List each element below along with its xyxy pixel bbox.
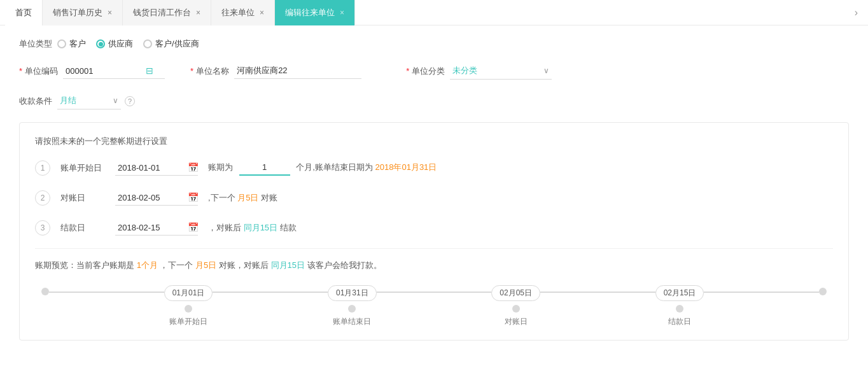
unit-category-value: 未分类 (452, 65, 540, 76)
step-1-date-wrap: 📅 (115, 160, 198, 176)
step-1-period-input[interactable] (239, 160, 290, 176)
tabs-more-arrow[interactable]: › (850, 7, 863, 18)
tl-node-3-sublabel: 对账日 (505, 316, 528, 327)
unit-code-input[interactable] (63, 64, 146, 78)
step-1-date-input[interactable] (118, 163, 188, 172)
unit-name-item: * 单位名称 (190, 64, 361, 79)
timeline-node-3: 02月05日 对账日 (491, 285, 540, 327)
timeline-end-dot (819, 285, 827, 295)
radio-both[interactable]: 客户/供应商 (143, 38, 199, 50)
step-1-period-end: 2018年01月31日 (375, 162, 437, 172)
unit-code-star: * (19, 66, 22, 76)
step-1-period-unit: 个月,账单结束日期为 (296, 162, 373, 172)
step-2-desc-highlight: 月5日 (237, 193, 258, 202)
timeline-container: 01月01日 账单开始日 01月31日 账单结束日 02月05日 (35, 285, 833, 327)
tl-node-4-sublabel: 结款日 (668, 316, 691, 327)
tab-sales-history[interactable]: 销售订单历史 × (43, 0, 123, 25)
unit-category-star: * (406, 66, 409, 76)
radio-customer-circle (57, 39, 66, 48)
tab-edit-partner[interactable]: 编辑往来单位 × (275, 0, 355, 25)
tl-node-4-label: 02月15日 (655, 285, 704, 301)
step-3-num: 3 (35, 220, 50, 236)
preview-part2: ，下一个 (160, 260, 193, 270)
step-3-desc-highlight: 同月15日 (244, 223, 277, 232)
preview-period: 1个月 (137, 260, 158, 270)
radio-customer[interactable]: 客户 (57, 38, 86, 50)
content-area: 单位类型 客户 供应商 客户/供应商 * 单位编码 (0, 25, 868, 387)
step-1-period-label: 账期为 (208, 162, 233, 172)
unit-code-copy-icon[interactable]: ⊟ (146, 66, 153, 76)
payment-terms-arrow: ∨ (113, 96, 118, 105)
step-1-desc: 账期为 个月,账单结束日期为 2018年01月31日 (208, 160, 437, 176)
step-3-desc-post: 结款 (280, 223, 297, 232)
tl-connector-0 (49, 292, 164, 293)
tl-connector-1 (213, 292, 328, 293)
start-dot-circle (41, 288, 49, 295)
preview-text: 账期预览：当前客户账期是 1个月 ，下一个 月5日 对账，对账后 同月15日 该… (35, 259, 833, 272)
unit-category-label: 单位分类 (412, 66, 445, 77)
step-2-calendar-icon[interactable]: 📅 (188, 192, 199, 202)
step-2-date-wrap: 📅 (115, 190, 198, 206)
step-2-date-input[interactable] (118, 193, 188, 202)
end-dot-circle (819, 288, 827, 295)
step-3-date-input[interactable] (118, 223, 188, 232)
payment-terms-item: 收款条件 月结 ∨ ? (19, 92, 135, 109)
payment-terms-label: 收款条件 (19, 95, 52, 107)
step-2-num: 2 (35, 190, 50, 206)
tab-edit-partner-close[interactable]: × (340, 8, 344, 17)
step-1-calendar-icon[interactable]: 📅 (188, 162, 199, 172)
radio-supplier-circle (96, 39, 105, 48)
unit-type-label: 单位类型 (19, 38, 52, 50)
tl-node-1-sublabel: 账单开始日 (169, 316, 207, 327)
unit-category-select[interactable]: 未分类 ∨ (450, 62, 552, 80)
tab-home-label: 首页 (15, 7, 32, 18)
unit-type-row: 单位类型 客户 供应商 客户/供应商 (19, 38, 849, 50)
radio-both-label: 客户/供应商 (155, 38, 199, 50)
preview-section: 账期预览：当前客户账期是 1个月 ，下一个 月5日 对账，对账后 同月15日 该… (35, 248, 833, 327)
tab-cashflow[interactable]: 钱货日清工作台 × (123, 0, 211, 25)
tab-partner-label: 往来单位 (221, 7, 255, 18)
tl-node-2-dot (348, 305, 356, 313)
payment-terms-row: 收款条件 月结 ∨ ? (19, 92, 849, 109)
unit-type-item: 单位类型 客户 供应商 客户/供应商 (19, 38, 199, 50)
radio-supplier[interactable]: 供应商 (96, 38, 133, 50)
unit-name-input[interactable] (234, 64, 361, 79)
tab-partner[interactable]: 往来单位 × (211, 0, 275, 25)
unit-code-input-wrap: ⊟ (63, 64, 165, 79)
unit-name-star: * (190, 66, 193, 76)
step-3-calendar-icon[interactable]: 📅 (188, 222, 199, 232)
preview-reconcile: 月5日 (195, 260, 216, 270)
tl-node-3-dot (512, 305, 520, 313)
step-3-desc: ，对账后 同月15日 结款 (208, 222, 297, 234)
payment-terms-select[interactable]: 月结 ∨ (57, 92, 121, 109)
tab-edit-partner-label: 编辑往来单位 (285, 7, 335, 18)
step-2-row: 2 对账日 📅 ,下一个 月5日 对账 (35, 190, 833, 206)
step-1-label: 账单开始日 (60, 162, 105, 174)
radio-customer-label: 客户 (69, 38, 86, 50)
timeline-node-1: 01月01日 账单开始日 (164, 285, 213, 327)
payment-terms-help-icon[interactable]: ? (125, 96, 135, 106)
step-3-date-wrap: 📅 (115, 220, 198, 236)
step-2-desc-post: 对账 (261, 193, 277, 202)
unit-code-item: * 单位编码 ⊟ (19, 64, 165, 79)
tl-node-2-label: 01月31日 (328, 285, 377, 301)
tab-home[interactable]: 首页 (5, 0, 43, 25)
radio-supplier-label: 供应商 (108, 38, 133, 50)
tab-sales-history-label: 销售订单历史 (53, 7, 102, 18)
preview-suffix: 该客户会给我打款。 (307, 260, 382, 270)
tl-connector-4 (704, 292, 819, 293)
step-1-row: 1 账单开始日 📅 账期为 个月,账单结束日期为 2018年01月31日 (35, 160, 833, 176)
timeline-node-4: 02月15日 结款日 (655, 285, 704, 327)
tab-partner-close[interactable]: × (260, 8, 264, 17)
unit-category-item: * 单位分类 未分类 ∨ (406, 62, 552, 80)
step-2-desc-pre: ,下一个 (208, 193, 235, 202)
step-3-label: 结款日 (60, 222, 105, 234)
step-3-row: 3 结款日 📅 ，对账后 同月15日 结款 (35, 220, 833, 236)
unit-code-label: 单位编码 (25, 66, 58, 77)
tl-node-1-label: 01月01日 (164, 285, 213, 301)
payment-terms-value: 月结 (60, 95, 109, 106)
tab-sales-history-close[interactable]: × (108, 8, 112, 17)
tab-cashflow-close[interactable]: × (196, 8, 200, 17)
tl-node-2-sublabel: 账单结束日 (333, 316, 371, 327)
step-1-num: 1 (35, 160, 50, 176)
